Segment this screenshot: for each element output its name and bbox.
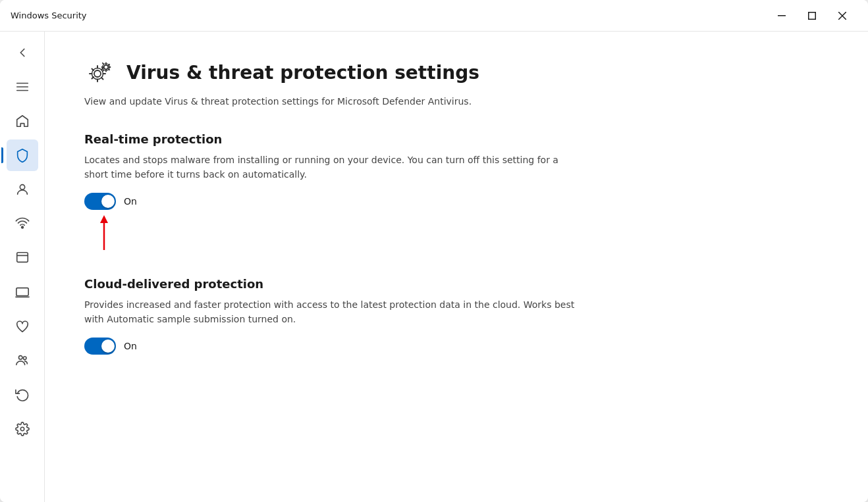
maximize-icon [808, 12, 816, 20]
svg-point-14 [23, 357, 26, 360]
shield-icon [15, 148, 30, 163]
title-bar: Windows Security [0, 0, 868, 32]
maximize-button[interactable] [797, 5, 827, 26]
realtime-title: Real-time protection [84, 132, 828, 146]
svg-rect-11 [16, 288, 28, 296]
svg-point-16 [94, 70, 101, 77]
family-icon [15, 353, 30, 368]
sidebar-item-health[interactable] [7, 311, 38, 342]
realtime-toggle-row: On [84, 193, 828, 210]
menu-icon [15, 80, 30, 94]
svg-point-7 [20, 185, 24, 189]
health-icon [15, 319, 30, 334]
sidebar-item-history[interactable] [7, 379, 38, 411]
sidebar-item-device[interactable] [7, 276, 38, 308]
page-subtitle: View and update Virus & threat protectio… [84, 95, 585, 109]
section-realtime: Real-time protection Locates and stops m… [84, 132, 828, 253]
annotation-container [97, 214, 111, 253]
sidebar-item-account[interactable] [7, 174, 38, 205]
sidebar-item-back[interactable] [7, 37, 38, 68]
page-icon [84, 58, 116, 87]
sidebar-item-settings[interactable] [7, 413, 38, 445]
sidebar-item-network[interactable] [7, 208, 38, 239]
sidebar-item-family[interactable] [7, 345, 38, 376]
sidebar-item-menu[interactable] [7, 71, 38, 103]
cloud-desc: Provides increased and faster protection… [84, 297, 585, 327]
section-cloud: Cloud-delivered protection Provides incr… [84, 277, 828, 355]
window-title: Windows Security [11, 11, 767, 20]
svg-point-17 [92, 68, 103, 80]
svg-rect-1 [809, 12, 816, 19]
page-header: Virus & threat protection settings [84, 58, 828, 87]
svg-marker-21 [100, 215, 108, 223]
cloud-title: Cloud-delivered protection [84, 277, 828, 291]
sidebar-item-home[interactable] [7, 105, 38, 137]
sidebar-item-shield[interactable] [7, 139, 38, 171]
svg-point-18 [104, 65, 108, 69]
home-icon [15, 114, 30, 128]
svg-point-8 [21, 226, 23, 228]
back-icon [15, 45, 30, 60]
minimize-icon [778, 15, 786, 16]
cloud-toggle-label: On [124, 341, 137, 351]
gear-pair-icon [84, 58, 116, 87]
svg-rect-9 [16, 253, 28, 263]
settings-icon [15, 422, 30, 436]
realtime-toggle-thumb [101, 195, 115, 208]
account-icon [15, 182, 30, 197]
window-controls [767, 5, 857, 26]
app-icon [15, 251, 30, 265]
history-icon [15, 388, 30, 402]
realtime-toggle-label: On [124, 196, 137, 207]
svg-point-13 [18, 356, 22, 360]
app-body: Virus & threat protection settings View … [0, 32, 868, 502]
network-icon [15, 216, 30, 231]
main-content: Virus & threat protection settings View … [45, 32, 868, 502]
sidebar [0, 32, 45, 502]
cloud-toggle-row: On [84, 338, 828, 355]
svg-point-15 [20, 427, 24, 431]
cloud-toggle[interactable] [84, 338, 116, 355]
sidebar-item-app[interactable] [7, 242, 38, 274]
annotation-arrow-svg [97, 214, 111, 253]
device-icon [15, 285, 30, 299]
page-title: Virus & threat protection settings [126, 62, 479, 84]
svg-rect-0 [778, 15, 786, 16]
close-button[interactable] [827, 5, 857, 26]
realtime-toggle[interactable] [84, 193, 116, 210]
realtime-desc: Locates and stops malware from installin… [84, 153, 585, 182]
cloud-toggle-thumb [101, 339, 115, 353]
app-window: Windows Security [0, 0, 868, 502]
close-icon [838, 12, 846, 20]
minimize-button[interactable] [767, 5, 797, 26]
